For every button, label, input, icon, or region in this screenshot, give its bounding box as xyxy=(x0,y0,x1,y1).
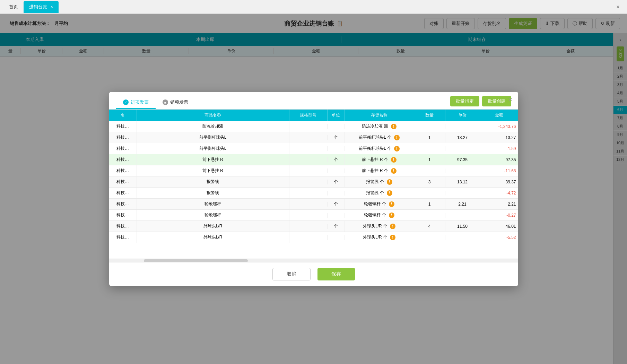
window-close-button[interactable]: × xyxy=(612,1,624,12)
warning-icon: ! xyxy=(391,157,397,163)
table-row[interactable]: 科技… 轮毂螺杆 个 轮毂螺杆 个! 1 2.21 2.21 xyxy=(109,199,518,210)
cell-unit xyxy=(328,191,345,196)
warning-icon: ! xyxy=(394,146,400,151)
header-spec: 规格型号 xyxy=(289,110,328,121)
cell-inventory: 轮毂螺杆 个! xyxy=(345,199,414,209)
cell-inventory: 防冻冷却液 瓶! xyxy=(345,121,414,132)
cell-qty: 1 xyxy=(414,199,445,209)
cell-price xyxy=(445,191,480,196)
cell-name: 科技… xyxy=(109,121,137,132)
cell-amount: -1.59 xyxy=(480,144,518,154)
warning-icon: ! xyxy=(390,224,395,229)
cell-unit: 个 xyxy=(328,199,345,209)
cell-inventory: 前平衡杆球头L 个! xyxy=(345,132,414,143)
cell-name: 科技… xyxy=(109,232,137,243)
cell-price: 2.21 xyxy=(445,199,480,209)
table-row[interactable]: 科技… 外球头L/R 个 外球头L/R 个! 4 11.50 46.01 xyxy=(109,221,518,232)
horizontal-scrollbar[interactable] xyxy=(109,259,518,262)
cell-inventory: 前下悬挂 R 个! xyxy=(345,165,414,176)
cell-name: 科技… xyxy=(109,143,137,154)
outgoing-invoice-icon: ■ xyxy=(163,99,168,105)
cell-name: 科技… xyxy=(109,188,137,198)
cell-unit xyxy=(328,168,345,173)
header-qty: 数量 xyxy=(414,110,445,121)
cell-unit: 个 xyxy=(328,221,345,232)
table-row[interactable]: 科技… 防冻冷却液 防冻冷却液 瓶! -1,243.76 xyxy=(109,121,518,132)
batch-assign-button[interactable]: 批量指定 xyxy=(450,96,479,106)
cell-spec xyxy=(289,202,328,207)
cell-qty: 4 xyxy=(414,222,445,231)
table-row[interactable]: 科技… 前下悬挂 R 前下悬挂 R 个! -11.68 xyxy=(109,165,518,176)
table-row[interactable]: 科技… 前下悬挂 R 个 前下悬挂 R 个! 1 97.35 97.35 xyxy=(109,154,518,165)
cell-spec xyxy=(289,180,328,184)
warning-icon: ! xyxy=(389,201,394,207)
cell-unit: 个 xyxy=(328,154,345,165)
cell-spec xyxy=(289,224,328,229)
cell-inventory: 轮毂螺杆 个! xyxy=(345,210,414,220)
warning-icon: ! xyxy=(394,135,400,140)
cell-inventory: 外球头L/R 个! xyxy=(345,232,414,243)
cell-qty: 1 xyxy=(414,133,445,142)
table-row[interactable]: 科技… 前平衡杆球头L 个 前平衡杆球头L 个! 1 13.27 13.27 xyxy=(109,132,518,143)
cell-inventory: 前平衡杆球头L 个! xyxy=(345,143,414,154)
cell-inventory: 外球头L/R 个! xyxy=(345,221,414,232)
table-row[interactable]: 科技… 外球头L/R 外球头L/R 个! -5.52 xyxy=(109,232,518,243)
modal-table-header: 名 商品名称 规格型号 单位 存货名称 数量 单价 金额 xyxy=(109,110,518,121)
cell-amount: 46.01 xyxy=(480,222,518,231)
cell-product: 报警线 xyxy=(137,188,289,198)
tab-ledger[interactable]: 进销台账 × xyxy=(24,1,59,13)
header-price: 单价 xyxy=(445,110,480,121)
cell-price: 11.50 xyxy=(445,222,480,231)
save-button[interactable]: 保存 xyxy=(317,268,355,280)
header-product: 商品名称 xyxy=(137,110,289,121)
table-row[interactable]: 科技… 报警线 个 报警线 个! 3 13.12 39.37 xyxy=(109,176,518,188)
cell-product: 前下悬挂 R xyxy=(137,154,289,165)
cell-price xyxy=(445,235,480,240)
cell-price xyxy=(445,124,480,129)
cell-amount: -4.72 xyxy=(480,188,518,198)
cell-product: 前下悬挂 R xyxy=(137,165,289,176)
modal-header-buttons: 批量指定 批量创建 xyxy=(450,96,511,109)
header-name: 名 xyxy=(109,110,137,121)
cell-amount: 13.27 xyxy=(480,133,518,142)
modal-header: ✓ 进项发票 ■ 销项发票 批量指定 批量创建 × xyxy=(109,92,518,110)
cell-price xyxy=(445,213,480,218)
main-page: 销售成本计算方法： 月平均 商贸企业进销台账 📋 对账 重新开账 存货别名 生成… xyxy=(0,14,627,364)
cancel-button[interactable]: 取消 xyxy=(272,268,311,280)
cell-product: 前平衡杆球头L xyxy=(137,132,289,143)
cell-name: 科技… xyxy=(109,165,137,176)
table-row[interactable]: 科技… 轮毂螺杆 轮毂螺杆 个! -0.27 xyxy=(109,210,518,221)
tab-bar: 首页 进销台账 × × xyxy=(0,0,627,14)
tab-close-icon[interactable]: × xyxy=(51,5,53,9)
modal-close-button[interactable]: × xyxy=(509,96,513,103)
cell-product: 外球头L/R xyxy=(137,221,289,232)
table-row[interactable]: 科技… 报警线 报警线 个! -4.72 xyxy=(109,188,518,199)
cell-spec xyxy=(289,124,328,129)
cell-price: 13.12 xyxy=(445,177,480,187)
cell-amount: 2.21 xyxy=(480,199,518,209)
scrollbar-thumb[interactable] xyxy=(144,259,248,262)
cell-name: 科技… xyxy=(109,176,137,187)
warning-icon: ! xyxy=(387,179,392,185)
cell-amount: -1,243.76 xyxy=(480,122,518,131)
cell-amount: 39.37 xyxy=(480,177,518,187)
cell-inventory: 前下悬挂 R 个! xyxy=(345,154,414,165)
cell-product: 外球头L/R xyxy=(137,232,289,243)
cell-name: 科技… xyxy=(109,199,137,209)
incoming-invoice-label: 进项发票 xyxy=(131,99,149,105)
tab-outgoing-invoice[interactable]: ■ 销项发票 xyxy=(156,96,195,109)
batch-create-button[interactable]: 批量创建 xyxy=(482,96,511,106)
cell-unit xyxy=(328,235,345,240)
cell-spec xyxy=(289,213,328,218)
cell-qty xyxy=(414,213,445,218)
cell-unit: 个 xyxy=(328,176,345,187)
table-row[interactable]: 科技… 前平衡杆球头L 前平衡杆球头L 个! -1.59 xyxy=(109,143,518,154)
cell-inventory: 报警线 个! xyxy=(345,176,414,187)
cell-price xyxy=(445,168,480,173)
cell-amount: -11.68 xyxy=(480,166,518,176)
cell-qty xyxy=(414,191,445,196)
cell-amount: -0.27 xyxy=(480,210,518,220)
tab-incoming-invoice[interactable]: ✓ 进项发票 xyxy=(116,96,156,109)
tab-home[interactable]: 首页 xyxy=(3,1,24,13)
cell-qty: 3 xyxy=(414,177,445,187)
